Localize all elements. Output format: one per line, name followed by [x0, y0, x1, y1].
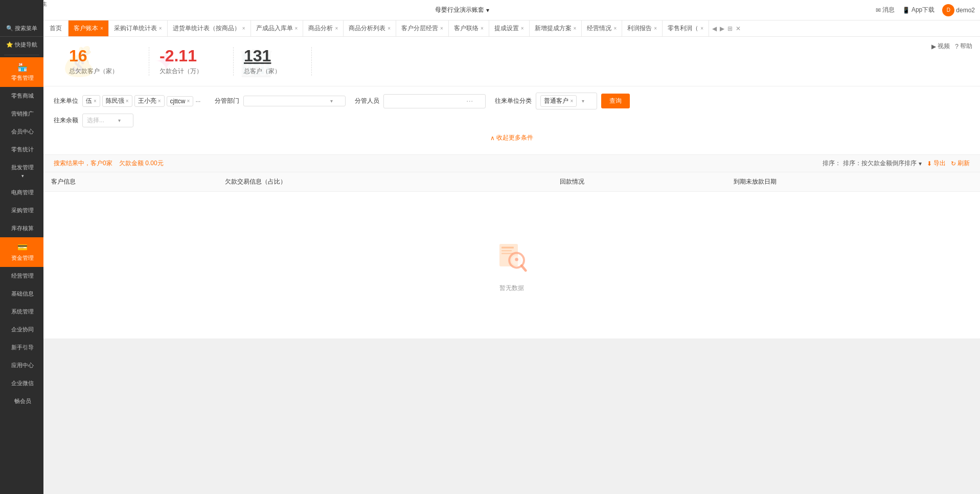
col-repayment: 回款情况: [552, 172, 726, 192]
store-icon: 🏪: [17, 62, 28, 72]
stat-total-debt-customers: 💰 16 总欠款客户（家）: [59, 47, 149, 76]
sidebar-item-system[interactable]: 系统管理: [0, 303, 43, 321]
sidebar-item-wecom[interactable]: 企业微信: [0, 374, 43, 392]
more-tags-btn[interactable]: ···: [195, 98, 200, 105]
tab-prev-arrow[interactable]: ◀: [711, 24, 718, 33]
sidebar-item-enterprise-collab[interactable]: 企业协同: [0, 321, 43, 339]
messages-button[interactable]: ✉ 消息: [876, 6, 895, 14]
top-right-area: ✉ 消息 📱 App下载 D demo2: [876, 4, 975, 16]
balance-filter-label: 往来余额: [54, 116, 78, 125]
refresh-button[interactable]: ↻ 刷新: [951, 159, 970, 168]
dept-select[interactable]: ▾: [243, 96, 346, 106]
chevron-up-icon: ∧: [490, 134, 495, 142]
tab-close-icon[interactable]: ×: [700, 26, 703, 31]
tab-product-instock[interactable]: 产成品入库单 ×: [251, 20, 304, 36]
tab-expand-icon[interactable]: ⊞: [726, 24, 734, 33]
col-customer-info: 客户信息: [43, 172, 217, 192]
sidebar-search[interactable]: 🔍 搜索菜单: [0, 20, 43, 37]
stat-total-customers: 🏢 131 总客户（家）: [234, 47, 312, 76]
tab-close-icon[interactable]: ×: [242, 26, 245, 31]
tab-close-icon[interactable]: ×: [613, 26, 617, 31]
export-button[interactable]: ⬇ 导出: [927, 159, 946, 168]
tab-customer-contact[interactable]: 客户联络 ×: [449, 20, 489, 36]
top-header: 畅 畅捷通好生意 标版 母婴行业演示账套 ▾ ✉ 消息 📱 App下载 D de…: [0, 0, 980, 20]
user-menu[interactable]: D demo2: [942, 4, 975, 16]
tab-goods-analysis[interactable]: 商品分析 ×: [303, 20, 344, 36]
tab-close-icon[interactable]: ×: [440, 26, 443, 31]
tab-close-icon[interactable]: ×: [574, 26, 577, 31]
tag-remove-wu[interactable]: ×: [94, 98, 97, 104]
tag-remove-normal[interactable]: ×: [570, 98, 573, 104]
sidebar-item-operation-mgmt[interactable]: 经营管理: [0, 267, 43, 285]
tab-close-icon[interactable]: ×: [295, 26, 298, 31]
tab-close-all-icon[interactable]: ✕: [735, 24, 742, 33]
empty-state-icon: [491, 238, 532, 279]
tab-new-commission[interactable]: 新增提成方案 ×: [530, 20, 582, 36]
table-area: 搜索结果中，客户0家 欠款金额 0.00元 排序： 排序：按欠款金额倒序排序 ▾…: [43, 155, 980, 339]
main-content: 💰 16 总欠款客户（家） ✦ -2.11 欠款合计（万） 🏢 131 总客户（…: [43, 37, 980, 494]
app-download-button[interactable]: 📱 App下载: [902, 6, 935, 14]
sidebar-item-newbie-guide[interactable]: 新手引导: [0, 339, 43, 356]
tab-close-icon[interactable]: ×: [654, 26, 657, 31]
tab-next-arrow[interactable]: ▶: [719, 24, 725, 33]
sidebar-item-member-center[interactable]: 会员中心: [0, 123, 43, 141]
tab-goods-stats[interactable]: 进货单统计表（按商品） ×: [168, 20, 251, 36]
tab-operation[interactable]: 经营情况 ×: [582, 20, 622, 36]
filter-row-1: 往来单位 伍 × 陈民强 × 王小亮 × cjttcw × ···: [54, 93, 970, 109]
tab-close-icon[interactable]: ×: [521, 26, 524, 31]
stats-area: 💰 16 总欠款客户（家） ✦ -2.11 欠款合计（万） 🏢 131 总客户（…: [43, 37, 980, 86]
sidebar-item-retail-mall[interactable]: 零售商城: [0, 87, 43, 105]
sidebar-item-basic-info[interactable]: 基础信息: [0, 285, 43, 303]
sidebar-item-wholesale-mgmt[interactable]: 批发管理 ▾: [0, 159, 43, 184]
tab-customer-layer[interactable]: 客户分层经营 ×: [396, 20, 449, 36]
sidebar-item-purchase[interactable]: 采购管理: [0, 201, 43, 219]
sidebar-item-inventory[interactable]: 库存核算: [0, 219, 43, 237]
sidebar-item-app-center[interactable]: 应用中心: [0, 356, 43, 374]
toolbar-search-result: 搜索结果中，客户0家 欠款金额 0.00元: [54, 159, 164, 168]
demo-account-select[interactable]: 母婴行业演示账套 ▾: [435, 6, 489, 14]
avatar: D: [942, 4, 954, 16]
finance-icon: 💳: [17, 242, 28, 252]
tab-close-icon[interactable]: ×: [388, 26, 391, 31]
sidebar-item-marketing[interactable]: 营销推广: [0, 105, 43, 123]
sort-select[interactable]: 排序： 排序：按欠款金额倒序排序 ▾: [823, 159, 922, 168]
tab-close-icon[interactable]: ×: [100, 26, 103, 31]
sidebar-item-retail-mgmt[interactable]: 🏪 零售管理: [0, 57, 43, 87]
sidebar-item-finance[interactable]: 💳 资金管理: [0, 237, 43, 267]
tab-close-icon[interactable]: ×: [159, 26, 162, 31]
collapse-button[interactable]: ∧ 收起更多条件: [485, 131, 538, 144]
sidebar-item-member[interactable]: 畅会员: [0, 392, 43, 410]
col-debt-transaction: 欠款交易信息（占比）: [217, 172, 552, 192]
tab-nav-arrows: ◀ ▶ ⊞ ✕: [709, 24, 744, 33]
sidebar-item-ecommerce[interactable]: 电商管理: [0, 184, 43, 201]
table-header-row: 客户信息 欠款交易信息（占比） 回款情况 到期未放款日期: [43, 172, 980, 192]
tab-close-icon[interactable]: ×: [335, 26, 338, 31]
svg-rect-1: [502, 247, 514, 249]
video-link[interactable]: ▶ 视频: [931, 42, 950, 51]
query-button[interactable]: 查询: [601, 94, 630, 108]
tab-commission-settings[interactable]: 提成设置 ×: [489, 20, 530, 36]
sidebar: 🔍 搜索菜单 ⭐ 快捷导航 🏪 零售管理 零售商城 营销推广 会员中心 零售统计…: [0, 0, 43, 494]
play-icon: ▶: [931, 43, 936, 50]
tag-remove-cjttcw[interactable]: ×: [187, 98, 190, 104]
tab-close-icon[interactable]: ×: [481, 26, 484, 31]
unit-tag-wang: 王小亮 ×: [134, 95, 165, 107]
person-select[interactable]: ···: [383, 94, 486, 108]
refresh-icon: ↻: [951, 160, 956, 167]
download-icon: ⬇: [927, 160, 932, 167]
sidebar-item-retail-stats[interactable]: 零售统计: [0, 141, 43, 159]
help-link[interactable]: ? 帮助: [955, 42, 972, 51]
tab-purchase-order-stats[interactable]: 采购订单统计表 ×: [109, 20, 168, 36]
unit-filter-label: 往来单位: [54, 97, 78, 105]
sidebar-quick-nav[interactable]: ⭐ 快捷导航: [0, 37, 43, 53]
tab-customer-account[interactable]: 客户账本 ×: [69, 20, 109, 36]
tab-retail-profit[interactable]: 零售利润（ ×: [663, 20, 709, 36]
tab-home[interactable]: 首页: [43, 20, 69, 36]
tab-profit-report[interactable]: 利润报告 ×: [622, 20, 663, 36]
tag-remove-chen[interactable]: ×: [126, 98, 129, 104]
unit-tag-chen: 陈民强 ×: [102, 95, 132, 107]
balance-select[interactable]: 选择... ▾: [82, 114, 133, 127]
tab-goods-analysis-list[interactable]: 商品分析列表 ×: [344, 20, 396, 36]
tag-remove-wang[interactable]: ×: [158, 98, 161, 104]
unit-class-select[interactable]: 普通客户 × ▾: [536, 93, 597, 109]
